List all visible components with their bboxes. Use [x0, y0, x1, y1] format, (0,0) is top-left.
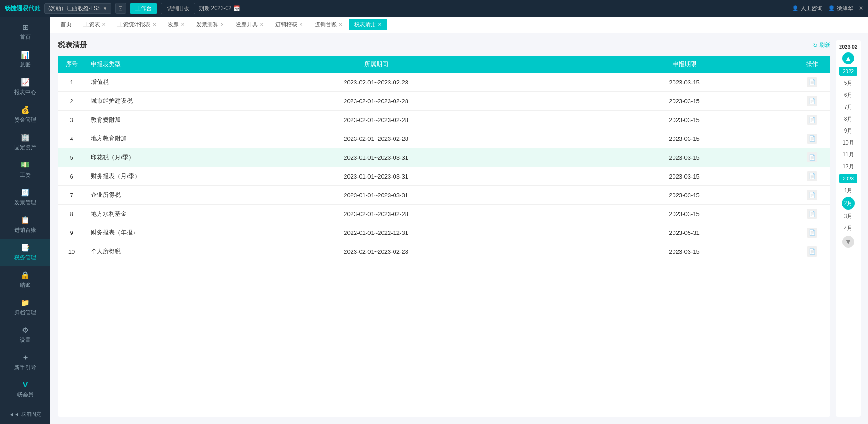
- calendar-icon[interactable]: 📅: [234, 5, 240, 11]
- sidebar-item-purchase-sales[interactable]: 📋 进销台账: [0, 211, 50, 239]
- app-logo: 畅捷通易代账: [5, 4, 40, 12]
- col-deadline: 申报期限: [575, 56, 794, 73]
- salary-icon: 💵: [21, 161, 30, 169]
- ai-consult[interactable]: 👤 人工咨询: [792, 5, 823, 12]
- tax-table: 序号 申报表类型 所属期间 申报期限 操作 1 增值税 2023-02-01~2…: [58, 56, 830, 261]
- main-panel: 税表清册 ↻ 刷新 序号 申报表类型 所属期间 申报期限: [58, 40, 830, 417]
- tab-close-purchase-audit[interactable]: ✕: [299, 22, 303, 27]
- switch-old-button[interactable]: 切到旧版: [161, 3, 195, 14]
- cell-period: 2023-02-01~2023-02-28: [177, 73, 575, 92]
- sidebar-label-guide: 新手引导: [14, 364, 36, 372]
- action-view-icon[interactable]: 📄: [807, 152, 817, 162]
- cell-period: 2023-02-01~2023-02-28: [177, 111, 575, 129]
- tab-close-tax-register[interactable]: ✕: [378, 22, 382, 27]
- tab-label-invoice: 发票: [168, 21, 179, 28]
- tab-invoice-open[interactable]: 发票开具 ✕: [230, 19, 269, 30]
- timeline-month-2022-9[interactable]: 9月: [838, 125, 858, 137]
- sidebar-item-archive[interactable]: 📁 归档管理: [0, 294, 50, 321]
- copy-icon[interactable]: ⊡: [115, 3, 126, 14]
- sidebar-item-invoice-management[interactable]: 🧾 发票管理: [0, 184, 50, 211]
- action-view-icon[interactable]: 📄: [807, 77, 817, 87]
- tab-close-invoice[interactable]: ✕: [181, 22, 184, 27]
- workspace-button[interactable]: 工作台: [130, 3, 157, 14]
- timeline-month-2022-12[interactable]: 12月: [838, 161, 858, 173]
- archive-icon: 📁: [21, 298, 30, 307]
- tab-label-invoice-calc: 发票测算: [196, 21, 218, 28]
- tab-label-home: 首页: [61, 21, 72, 28]
- tab-close-salary-table[interactable]: ✕: [102, 22, 106, 27]
- timeline-month-2022-11[interactable]: 11月: [838, 149, 858, 161]
- sidebar-item-general-ledger[interactable]: 📊 总账: [0, 46, 50, 73]
- sidebar-label-home: 首页: [20, 33, 31, 41]
- timeline-up-button[interactable]: ▲: [842, 52, 854, 64]
- cell-deadline: 2023-03-15: [575, 129, 794, 148]
- sidebar-item-salary[interactable]: 💵 工资: [0, 156, 50, 184]
- timeline-month-2023-2[interactable]: 2月: [842, 197, 855, 210]
- tab-home[interactable]: 首页: [55, 19, 77, 30]
- sidebar-item-report-center[interactable]: 📈 报表中心: [0, 73, 50, 101]
- sidebar-item-fixed-assets[interactable]: 🏢 固定资产: [0, 128, 50, 156]
- cell-type: 增值税: [85, 73, 177, 92]
- sidebar-label-archive: 归档管理: [14, 309, 36, 317]
- cell-period: 2023-01-01~2023-03-31: [177, 167, 575, 186]
- tab-salary-table[interactable]: 工资表 ✕: [78, 19, 111, 30]
- cell-deadline: 2023-03-15: [575, 148, 794, 167]
- tab-close-invoice-open[interactable]: ✕: [260, 22, 263, 27]
- sidebar-footer: ◄◄ 取消固定: [0, 404, 50, 424]
- close-window-icon[interactable]: ✕: [859, 5, 863, 11]
- sidebar-item-fund-management[interactable]: 💰 资金管理: [0, 101, 50, 128]
- timeline-month-2022-8[interactable]: 8月: [838, 113, 858, 125]
- timeline-month-2022-6[interactable]: 6月: [838, 89, 858, 101]
- user-menu[interactable]: 👤 徐泽华: [828, 5, 853, 12]
- action-view-icon[interactable]: 📄: [807, 115, 817, 125]
- sidebar-item-guide[interactable]: ✦ 新手引导: [0, 349, 50, 376]
- action-view-icon[interactable]: 📄: [807, 209, 817, 219]
- timeline-month-2022-10[interactable]: 10月: [838, 137, 858, 149]
- action-view-icon[interactable]: 📄: [807, 171, 817, 181]
- timeline-collapse-button[interactable]: ▼: [842, 236, 854, 248]
- sidebar-item-vip[interactable]: V 畅会员: [0, 376, 50, 403]
- timeline-month-2023-1[interactable]: 1月: [838, 184, 858, 196]
- sidebar-label-closing: 结账: [20, 281, 31, 289]
- tab-close-invoice-calc[interactable]: ✕: [220, 22, 224, 27]
- tab-label-tax-register: 税表清册: [354, 21, 376, 28]
- tab-purchase-audit[interactable]: 进销稽核 ✕: [270, 19, 308, 30]
- cell-type: 财务报表（年报）: [85, 223, 177, 242]
- sidebar-item-home[interactable]: ⊞ 首页: [0, 18, 50, 46]
- sidebar-item-settings[interactable]: ⚙ 设置: [0, 321, 50, 349]
- tab-close-salary-stats[interactable]: ✕: [152, 22, 156, 27]
- timeline-month-2022-5[interactable]: 5月: [838, 77, 858, 89]
- action-view-icon[interactable]: 📄: [807, 134, 817, 144]
- tab-salary-stats[interactable]: 工资统计报表 ✕: [112, 19, 161, 30]
- action-view-icon[interactable]: 📄: [807, 96, 817, 106]
- tab-close-purchase-ledger[interactable]: ✕: [339, 22, 342, 27]
- tab-purchase-ledger[interactable]: 进销台账 ✕: [309, 19, 348, 30]
- period-value: 2023-02: [211, 5, 232, 11]
- cell-action: 📄: [794, 186, 830, 205]
- cell-deadline: 2023-03-15: [575, 205, 794, 223]
- sidebar-item-closing[interactable]: 🔒 结账: [0, 266, 50, 294]
- action-view-icon[interactable]: 📄: [807, 190, 817, 200]
- sidebar-item-tax-management[interactable]: 📑 税务管理: [0, 239, 50, 266]
- ledger-icon: 📊: [21, 50, 30, 59]
- tab-invoice-calc[interactable]: 发票测算 ✕: [191, 19, 229, 30]
- cell-type: 地方水利基金: [85, 205, 177, 223]
- action-view-icon[interactable]: 📄: [807, 228, 817, 238]
- year-label-2022: 2022: [839, 67, 857, 76]
- action-view-icon[interactable]: 📄: [807, 246, 817, 257]
- timeline-month-2023-4[interactable]: 4月: [838, 222, 858, 234]
- timeline-month-2022-7[interactable]: 7月: [838, 101, 858, 113]
- tab-tax-register[interactable]: 税表清册 ✕: [349, 19, 387, 30]
- timeline-month-2023-3[interactable]: 3月: [838, 210, 858, 222]
- tab-invoice[interactable]: 发票 ✕: [162, 19, 190, 30]
- table-row: 8 地方水利基金 2023-02-01~2023-02-28 2023-03-1…: [58, 205, 830, 223]
- company-selector[interactable]: (勿动）江西股盈-LSS ▼: [44, 3, 111, 14]
- content-area: 首页 工资表 ✕ 工资统计报表 ✕ 发票 ✕ 发票测算 ✕ 发票开具 ✕: [50, 17, 868, 424]
- cell-no: 1: [58, 73, 85, 92]
- unpin-button[interactable]: ◄◄ 取消固定: [0, 408, 50, 420]
- sidebar-label-invoice: 发票管理: [14, 199, 36, 206]
- home-icon: ⊞: [22, 23, 28, 32]
- refresh-button[interactable]: ↻ 刷新: [813, 41, 830, 49]
- sidebar-label-assets: 固定资产: [14, 144, 36, 151]
- page-title: 税表清册: [58, 40, 87, 50]
